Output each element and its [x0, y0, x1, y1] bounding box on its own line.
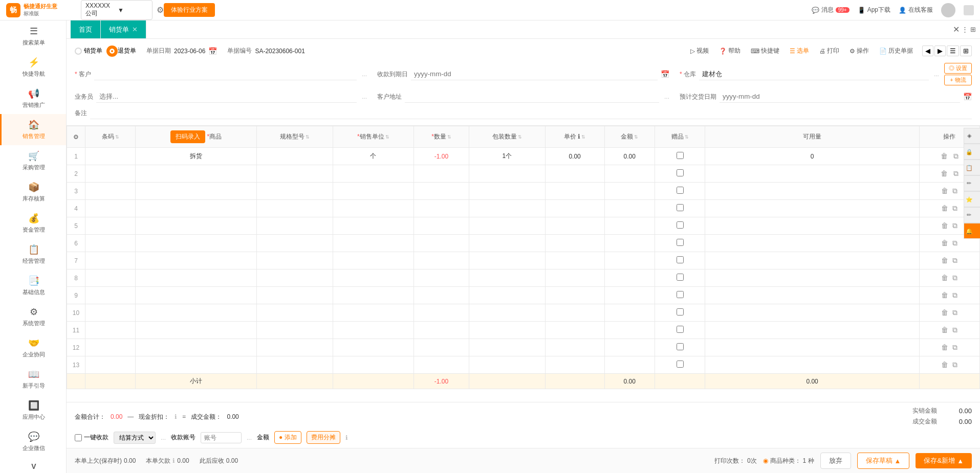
radio-return-order[interactable]: 退货单 [108, 47, 136, 55]
tab-menu-btn[interactable]: ⋮ [962, 26, 968, 33]
toolbar-action-btn[interactable]: ⚙操作 [846, 45, 872, 57]
cell-product[interactable]: 拆货 [136, 148, 257, 165]
cell-unit[interactable]: 个 [333, 148, 413, 165]
expense-help-icon[interactable]: ℹ [345, 434, 348, 441]
account-input[interactable] [201, 432, 242, 443]
sidebar-item-wechat[interactable]: 💬 企业微信 [0, 426, 66, 457]
customer-input[interactable] [94, 68, 357, 80]
col-settings[interactable]: ⚙ [67, 126, 85, 148]
settings-icon-button[interactable]: ⚙ [157, 5, 164, 15]
gift-checkbox[interactable] [677, 274, 684, 281]
gift-checkbox[interactable] [677, 221, 684, 229]
copy-row-btn[interactable]: ⧉ [950, 273, 960, 283]
float-btn-6[interactable]: ✏ [964, 207, 980, 223]
tab-grid-btn[interactable]: ⊞ [970, 26, 976, 33]
cell-pack-qty[interactable]: 1个 [469, 148, 546, 165]
cell-unit-price[interactable]: 0.00 [545, 148, 604, 165]
sidebar-item-sales[interactable]: 🏠 销售管理 [0, 114, 66, 145]
sidebar-item-purchase[interactable]: 🛒 采购管理 [0, 145, 66, 176]
discard-btn[interactable]: 放弃 [820, 453, 851, 469]
copy-row-btn[interactable]: ⧉ [950, 359, 960, 370]
settlement-select[interactable]: 结算方式 [114, 432, 156, 444]
message-btn[interactable]: 💬 消息 99+ [812, 6, 850, 14]
toolbar-history-btn[interactable]: 📄历史单据 [876, 45, 916, 57]
tab-close-btn[interactable]: ✕ [132, 26, 138, 33]
online-service-btn[interactable]: 👤 在线客服 [899, 6, 933, 14]
gift-checkbox[interactable] [677, 169, 684, 176]
logistics-btn[interactable]: + 物流 [944, 75, 972, 85]
copy-row-btn[interactable]: ⧉ [951, 151, 961, 162]
cell-spec[interactable] [256, 148, 333, 165]
payment-due-calendar[interactable]: 📅 [661, 70, 669, 78]
nav-prev-btn[interactable]: ◀ [922, 46, 933, 56]
float-btn-5[interactable]: ⭐ [964, 191, 980, 207]
toolbar-select-btn[interactable]: ☰选单 [787, 45, 812, 57]
copy-row-btn[interactable]: ⧉ [950, 255, 960, 266]
sidebar-item-enterprise[interactable]: 🤝 企业协同 [0, 332, 66, 364]
delete-row-btn[interactable]: 🗑 [939, 307, 950, 318]
float-btn-1[interactable]: ◈ [964, 128, 980, 144]
tab-sales-order[interactable]: 销货单 ✕ [101, 20, 146, 38]
delete-row-btn[interactable]: 🗑 [939, 325, 950, 335]
customer-dots-btn[interactable]: ... [362, 71, 367, 78]
toolbar-video-btn[interactable]: ▷视频 [687, 45, 712, 57]
toolbar-print-btn[interactable]: 🖨打印 [816, 45, 842, 57]
customer-address-input[interactable] [405, 91, 659, 103]
settings-btn[interactable]: ◎ 设置 [944, 63, 972, 74]
delete-row-btn[interactable]: 🗑 [939, 151, 950, 161]
gift-checkbox[interactable] [677, 187, 684, 194]
toolbar-shortcut-btn[interactable]: ⌨快捷键 [748, 45, 782, 57]
gift-checkbox[interactable] [677, 239, 684, 246]
delete-row-btn[interactable]: 🗑 [939, 186, 950, 196]
sidebar-item-system[interactable]: ⚙ 系统管理 [0, 301, 66, 332]
expected-delivery-input[interactable] [720, 91, 960, 103]
expense-split-btn[interactable]: 费用分摊 [307, 431, 340, 444]
avatar[interactable] [941, 3, 955, 17]
add-payment-btn[interactable]: ● 添加 [274, 431, 301, 444]
settlement-dots[interactable]: ... [161, 434, 166, 441]
copy-row-btn[interactable]: ⧉ [951, 168, 961, 179]
scan-btn[interactable]: 扫码录入 [170, 130, 205, 143]
copy-row-btn[interactable]: ⧉ [950, 203, 960, 214]
sidebar-item-quick-nav[interactable]: ⚡ 快捷导航 [0, 52, 66, 83]
sidebar-item-guide[interactable]: 📖 新手引导 [0, 364, 66, 395]
copy-row-btn[interactable]: ⧉ [950, 290, 960, 301]
gift-checkbox[interactable] [677, 256, 684, 263]
copy-row-btn[interactable]: ⧉ [950, 342, 960, 353]
view-grid-btn[interactable]: ⊞ [960, 46, 972, 56]
gift-checkbox[interactable] [677, 326, 684, 333]
cell-gift[interactable] [655, 148, 705, 165]
delete-row-btn[interactable]: 🗑 [939, 203, 950, 213]
cell-amount[interactable]: 0.00 [604, 148, 655, 165]
gift-checkbox[interactable] [677, 308, 684, 316]
nav-next-btn[interactable]: ▶ [934, 46, 946, 56]
sidebar-item-app-center[interactable]: 🔲 应用中心 [0, 395, 66, 426]
delete-row-btn[interactable]: 🗑 [939, 290, 950, 300]
float-btn-2[interactable]: 🔒 [964, 144, 980, 160]
gift-checkbox[interactable] [677, 361, 684, 368]
warehouse-input[interactable] [699, 68, 929, 80]
gift-checkbox[interactable] [677, 291, 684, 298]
float-btn-3[interactable]: 📋 [964, 160, 980, 175]
warehouse-dots-btn[interactable]: ... [934, 71, 939, 78]
view-list-btn[interactable]: ☰ [947, 46, 959, 56]
sidebar-item-inventory[interactable]: 📦 库存核算 [0, 176, 66, 208]
cell-barcode[interactable] [85, 148, 136, 165]
sidebar-item-marketing[interactable]: 📢 营销推广 [0, 83, 66, 114]
salesperson-dots-btn[interactable]: ... [362, 93, 367, 100]
company-selector[interactable]: XXXXXX公司 ▼ [81, 0, 153, 20]
gift-checkbox[interactable] [677, 343, 684, 350]
float-btn-4[interactable]: ✏ [964, 175, 980, 191]
one-click-pay-checkbox[interactable]: 一键收款 [75, 433, 108, 442]
sidebar-item-member[interactable]: V 畅会员 [0, 457, 66, 473]
experience-btn[interactable]: 体验行业方案 [164, 3, 215, 17]
gift-checkbox[interactable] [677, 152, 684, 159]
copy-row-btn[interactable]: ⧉ [950, 325, 960, 335]
delete-row-btn[interactable]: 🗑 [939, 220, 950, 231]
account-dots[interactable]: ... [247, 434, 252, 441]
sidebar-item-finance[interactable]: 💰 资金管理 [0, 208, 66, 239]
delete-row-btn[interactable]: 🗑 [939, 255, 950, 265]
toolbar-help-btn[interactable]: ❓帮助 [716, 45, 744, 57]
delete-row-btn[interactable]: 🗑 [939, 238, 950, 248]
expected-delivery-calendar[interactable]: 📅 [963, 93, 972, 101]
